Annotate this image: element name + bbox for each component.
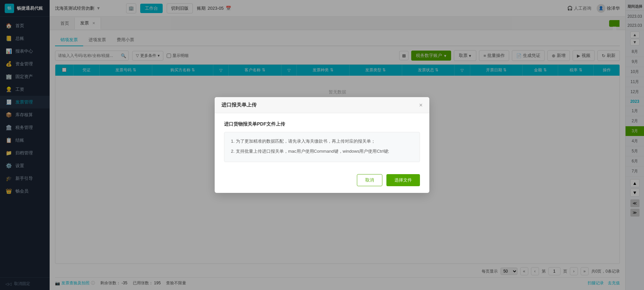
modal-section-title: 进口货物报关单PDF文件上传 xyxy=(224,121,420,127)
modal-info-box: 为了更加精准的数据匹配，请先录入海关缴款书，再上传对应的报关单； 支持批量上传进… xyxy=(224,132,420,162)
modal-cancel-btn[interactable]: 取消 xyxy=(357,174,382,186)
modal-footer: 取消 选择文件 xyxy=(215,169,429,193)
modal-info-line-2: 支持批量上传进口报关单，mac用户使用Command键，windows用户使用C… xyxy=(236,147,414,156)
modal-close-btn[interactable]: × xyxy=(419,102,423,108)
modal-title: 进口报关单上传 xyxy=(221,102,257,108)
modal-body: 进口货物报关单PDF文件上传 为了更加精准的数据匹配，请先录入海关缴款书，再上传… xyxy=(215,113,429,169)
modal-header: 进口报关单上传 × xyxy=(215,97,429,113)
modal-overlay: 进口报关单上传 × 进口货物报关单PDF文件上传 为了更加精准的数据匹配，请先录… xyxy=(0,0,644,290)
modal-select-btn[interactable]: 选择文件 xyxy=(386,174,420,186)
modal-info-line-1: 为了更加精准的数据匹配，请先录入海关缴款书，再上传对应的报关单； xyxy=(236,137,414,146)
modal-import-customs: 进口报关单上传 × 进口货物报关单PDF文件上传 为了更加精准的数据匹配，请先录… xyxy=(215,97,429,193)
